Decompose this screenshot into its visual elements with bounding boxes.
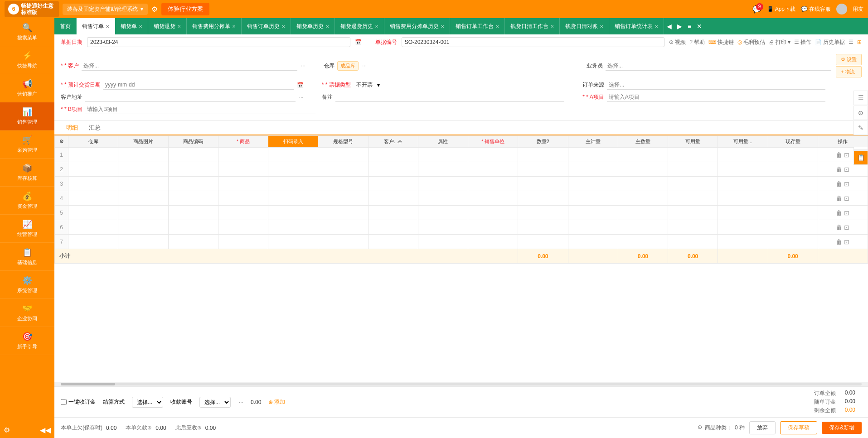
app-download-btn[interactable]: 📱 App下载 xyxy=(767,5,795,13)
add-btn[interactable]: ⊕ 添加 xyxy=(268,398,285,406)
rf-btn-1[interactable]: ☰ xyxy=(853,91,868,105)
sidebar-collapse-icon[interactable]: ◀◀ xyxy=(40,426,51,434)
industry-btn[interactable]: 体验行业方案 xyxy=(161,3,209,15)
tab-close-icon[interactable]: ✕ xyxy=(139,24,142,29)
sidebar-item-collab[interactable]: 🤝 企业协同 xyxy=(0,299,54,327)
user-avatar[interactable] xyxy=(836,4,847,14)
tab-sales-stats[interactable]: 销售订单统计表 ✕ xyxy=(609,18,664,34)
tab-daily-reconcile[interactable]: 钱货日清对账 ✕ xyxy=(560,18,609,34)
tab-close-icon[interactable]: ✕ xyxy=(281,24,285,29)
delete-row-icon[interactable]: 🗑 xyxy=(836,195,842,202)
profit-btn[interactable]: ◎ 毛利预估 xyxy=(737,39,765,46)
bank-more-icon[interactable]: ··· xyxy=(239,399,243,405)
customer-more-icon[interactable]: ··· xyxy=(301,63,305,69)
tab-order-workbench[interactable]: 销售订单工作台 ✕ xyxy=(450,18,505,34)
delete-row-icon[interactable]: 🗑 xyxy=(836,209,842,217)
save-draft-btn[interactable]: 保存草稿 xyxy=(780,421,817,434)
addr-more-icon[interactable]: ··· xyxy=(299,94,304,101)
tab-close-icon[interactable]: ✕ xyxy=(177,24,181,29)
sidebar-item-quicknav[interactable]: ⚡ 快捷导航 xyxy=(0,46,54,74)
sidebar-item-system[interactable]: ⚙️ 系统管理 xyxy=(0,271,54,299)
delete-row-icon[interactable]: 🗑 xyxy=(836,151,842,159)
copy-row-icon[interactable]: ⊡ xyxy=(844,195,849,202)
copy-row-icon[interactable]: ⊡ xyxy=(844,224,849,231)
sidebar-item-guide[interactable]: 🎯 新手引导 xyxy=(0,327,54,355)
user-name[interactable]: 用友 xyxy=(853,5,863,13)
tab-sales-return[interactable]: 销货退货 ✕ xyxy=(148,18,187,34)
sidebar-item-basic[interactable]: 📋 基础信息 xyxy=(0,243,54,271)
copy-row-icon[interactable]: ⊡ xyxy=(844,166,849,173)
tab-close-all-btn[interactable]: ✕ xyxy=(694,18,705,34)
operation-btn[interactable]: ☰ 操作 xyxy=(794,39,811,46)
tab-sales-order[interactable]: 销售订单 ✕ xyxy=(77,18,115,34)
tab-prev-btn[interactable]: ◀ xyxy=(664,18,674,34)
tab-close-icon[interactable]: ✕ xyxy=(550,24,554,29)
invoice-dropdown-icon[interactable]: ▾ xyxy=(377,82,380,88)
scrollbar-track[interactable] xyxy=(61,383,862,385)
one-click-checkbox[interactable] xyxy=(61,399,67,405)
view-btn[interactable]: ⊙ 视频 xyxy=(669,39,686,46)
copy-row-icon[interactable]: ⊡ xyxy=(844,209,849,217)
tab-close-icon[interactable]: ✕ xyxy=(495,24,499,29)
tab-close-icon[interactable]: ✕ xyxy=(655,24,658,29)
tab-return-history[interactable]: 销货退货历史 ✕ xyxy=(335,18,384,34)
remark-input[interactable] xyxy=(335,92,565,102)
tab-close-icon[interactable]: ✕ xyxy=(375,24,378,29)
grid-view-icon[interactable]: ⊞ xyxy=(857,39,862,45)
history-btn[interactable]: 📄 历史单据 xyxy=(815,39,845,46)
customer-input[interactable] xyxy=(82,61,297,71)
sidebar-item-operation[interactable]: 📈 经营管理 xyxy=(0,215,54,243)
delete-row-icon[interactable]: 🗑 xyxy=(836,166,842,173)
staff-input[interactable] xyxy=(606,61,831,71)
order-source-input[interactable] xyxy=(607,80,825,90)
warehouse-more-icon[interactable]: ··· xyxy=(362,63,367,69)
tab-sales-invoice-history[interactable]: 销货单历史 ✕ xyxy=(291,18,335,34)
order-no-input[interactable] xyxy=(402,37,665,47)
print-btn[interactable]: 🖨 打印 ▾ xyxy=(769,39,790,46)
tab-close-icon[interactable]: ✕ xyxy=(232,24,236,29)
tab-summary[interactable]: 汇总 xyxy=(83,121,106,135)
tab-expense-history[interactable]: 销售费用分摊单历史 ✕ xyxy=(384,18,450,34)
sidebar-gear-icon[interactable]: ⚙ xyxy=(4,426,10,434)
date-input[interactable] xyxy=(87,37,350,47)
sidebar-item-search[interactable]: 🔍 搜索菜单 xyxy=(0,18,54,46)
online-service-btn[interactable]: 💬 在线客服 xyxy=(801,5,831,13)
delete-row-icon[interactable]: 🗑 xyxy=(836,180,842,188)
tab-detail[interactable]: 明细 xyxy=(61,121,83,135)
bank-account-select[interactable]: 选择... xyxy=(199,397,231,408)
a-project-input[interactable] xyxy=(607,92,825,102)
delivery-calendar-icon[interactable]: 📅 xyxy=(297,82,304,88)
copy-row-icon[interactable]: ⊡ xyxy=(844,238,849,245)
sidebar-item-marketing[interactable]: 📢 营销推广 xyxy=(0,74,54,102)
tab-more-btn[interactable]: ≡ xyxy=(685,18,694,34)
copy-row-icon[interactable]: ⊡ xyxy=(844,180,849,188)
payment-method-select[interactable]: 选择... xyxy=(132,397,163,408)
discard-btn[interactable]: 放弃 xyxy=(749,421,776,434)
list-view-icon[interactable]: ☰ xyxy=(849,39,853,45)
tab-close-icon[interactable]: ✕ xyxy=(325,24,329,29)
tab-sales-expense[interactable]: 销售费用分摊单 ✕ xyxy=(187,18,242,34)
tab-daily-workbench[interactable]: 钱货日清工作台 ✕ xyxy=(505,18,560,34)
tab-next-btn[interactable]: ▶ xyxy=(674,18,685,34)
settings-right-btn[interactable]: ⚙ 设置 xyxy=(836,54,862,65)
calendar-icon[interactable]: 📅 xyxy=(355,39,362,45)
tab-close-icon[interactable]: ✕ xyxy=(441,24,444,29)
message-btn[interactable]: 💬 9 xyxy=(752,5,761,14)
rf-btn-2[interactable]: ⊙ xyxy=(853,106,868,120)
sidebar-item-finance[interactable]: 💰 资金管理 xyxy=(0,187,54,215)
settings-icon[interactable]: ⚙ xyxy=(151,5,158,14)
copy-row-icon[interactable]: ⊡ xyxy=(844,151,849,159)
delete-row-icon[interactable]: 🗑 xyxy=(836,238,842,245)
customer-addr-input[interactable] xyxy=(85,92,296,102)
shortcut-btn[interactable]: ⌨ 快捷键 xyxy=(708,39,734,46)
sidebar-item-purchase[interactable]: 🛒 采购管理 xyxy=(0,130,54,159)
tab-close-icon[interactable]: ✕ xyxy=(600,24,603,29)
delete-row-icon[interactable]: 🗑 xyxy=(836,224,842,231)
tab-close-icon[interactable]: ✕ xyxy=(106,24,109,29)
tab-sales-invoice[interactable]: 销货单 ✕ xyxy=(115,18,148,34)
add-logistics-btn[interactable]: + 物流 xyxy=(836,66,862,77)
sidebar-item-inventory[interactable]: 📦 库存核算 xyxy=(0,159,54,187)
save-new-btn[interactable]: 保存&新增 xyxy=(822,422,862,434)
sidebar-item-sales[interactable]: 📊 销售管理 xyxy=(0,102,54,130)
col-gear[interactable]: ⚙ xyxy=(55,136,68,148)
